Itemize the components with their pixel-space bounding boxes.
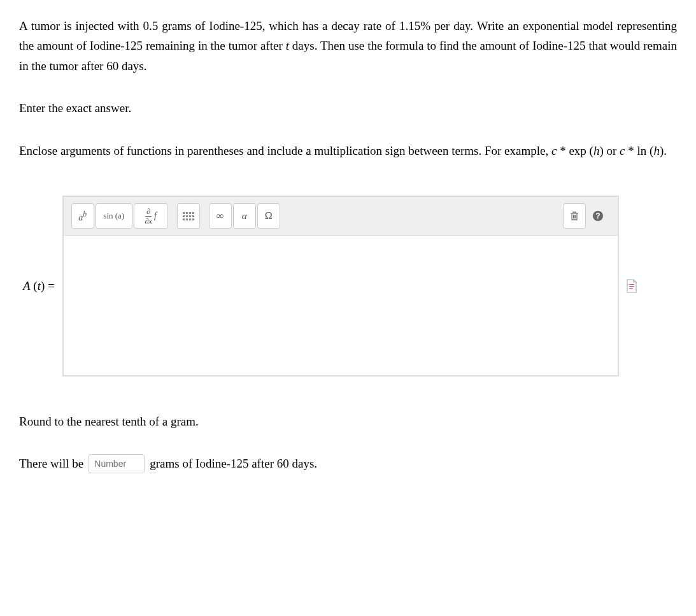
rounding-instruction: Round to the nearest tenth of a gram. <box>19 415 677 429</box>
answer-prefix: There will be <box>19 457 83 471</box>
instruction-enclose: Enclose arguments of functions in parent… <box>19 141 677 161</box>
greek-lower-button[interactable]: α <box>233 203 256 229</box>
formula-input-row: A (t) = ab sin (a) ∂ ∂x f <box>19 196 677 376</box>
document-icon <box>626 279 637 293</box>
clear-button[interactable] <box>563 203 586 229</box>
matrix-button[interactable] <box>177 203 200 229</box>
svg-rect-3 <box>629 286 634 287</box>
instruction-exact-answer: Enter the exact answer. <box>19 101 677 115</box>
calculus-button[interactable]: ∂ ∂x f <box>134 203 168 229</box>
equation-input-area[interactable] <box>64 236 618 375</box>
formula-label: A (t) = <box>23 279 55 293</box>
infinity-button[interactable]: ∞ <box>209 203 232 229</box>
superscript-button[interactable]: ab <box>71 203 94 229</box>
trash-icon <box>570 211 579 221</box>
editor-toolbar: ab sin (a) ∂ ∂x f <box>64 197 618 236</box>
numeric-answer-row: There will be grams of Iodine-125 after … <box>19 454 677 473</box>
equation-editor: ab sin (a) ∂ ∂x f <box>62 196 619 376</box>
grams-input[interactable] <box>89 454 145 473</box>
help-button[interactable]: ? <box>587 204 609 228</box>
svg-text:?: ? <box>595 211 600 220</box>
grid-icon <box>183 212 194 220</box>
expand-editor-button[interactable] <box>625 278 638 294</box>
greek-upper-button[interactable]: Ω <box>257 203 280 229</box>
help-icon: ? <box>592 210 604 222</box>
problem-statement: A tumor is injected with 0.5 grams of Io… <box>19 16 677 76</box>
omega-icon: Ω <box>265 210 273 222</box>
trig-button[interactable]: sin (a) <box>96 203 132 229</box>
answer-suffix: grams of Iodine-125 after 60 days. <box>150 457 317 471</box>
svg-rect-2 <box>629 284 634 285</box>
infinity-icon: ∞ <box>217 210 224 222</box>
svg-rect-4 <box>629 288 633 289</box>
alpha-icon: α <box>242 211 247 222</box>
